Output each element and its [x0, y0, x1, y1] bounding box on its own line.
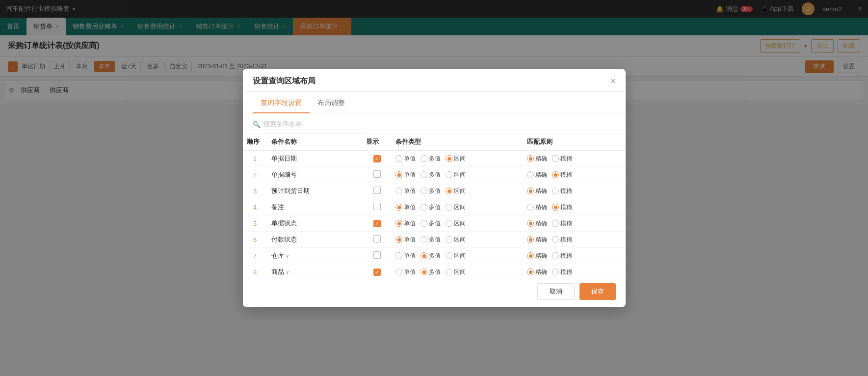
modal-dialog: 设置查询区域布局 × 查询字段设置 布局调整 🔍 顺序 条件名称 [243, 69, 626, 104]
modal-backdrop: 设置查询区域布局 × 查询字段设置 布局调整 🔍 顺序 条件名称 [0, 0, 868, 104]
modal-tabs: 查询字段设置 布局调整 [243, 92, 626, 104]
modal-tab-layout[interactable]: 布局调整 [310, 96, 353, 104]
modal-title: 设置查询区域布局 [253, 76, 316, 86]
modal-header: 设置查询区域布局 × [243, 69, 626, 92]
modal-tab-query-fields[interactable]: 查询字段设置 [253, 96, 310, 104]
modal-close-button[interactable]: × [610, 76, 616, 86]
